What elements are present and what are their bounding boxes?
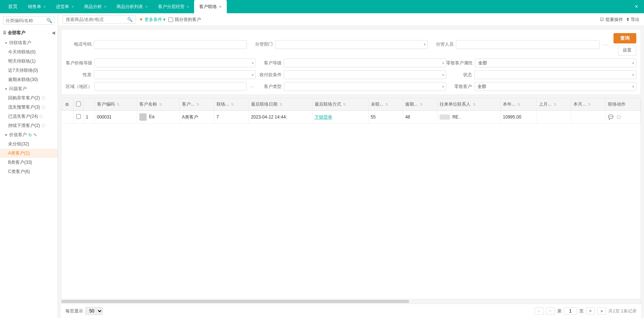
last-contact-method-col-header[interactable]: 最后联络方式 ⇅ xyxy=(312,98,368,111)
last-month-col-header[interactable]: 上月... ⇅ xyxy=(537,98,571,111)
scrollbar-thumb[interactable] xyxy=(61,300,409,303)
retail-attr-label: 零散客户属性 xyxy=(446,60,473,66)
company-contact-col-header[interactable]: 往来单位联系人 ⇅ xyxy=(437,98,501,111)
checkbox-col-header[interactable] xyxy=(73,98,83,111)
last-page-button[interactable]: » xyxy=(597,307,607,315)
retail-customer-select[interactable]: 全部 xyxy=(474,82,636,91)
more-conditions-button[interactable]: ▼ 更多条件 ▾ xyxy=(139,17,165,23)
contact-col-header[interactable]: 联络... ⇅ xyxy=(214,98,248,111)
sidebar-item-churned[interactable]: 已流失客户(24) ⓘ xyxy=(0,112,58,121)
row-no-contact: 55 xyxy=(368,111,403,124)
info-icon3: ⓘ xyxy=(39,114,43,119)
all-customers-header[interactable]: ⠿ 全部客户 ◀ xyxy=(0,28,58,38)
first-page-button[interactable]: « xyxy=(534,307,544,315)
sidebar-item-today[interactable]: 今天待联络(0) xyxy=(0,47,58,57)
close-analysis-tab[interactable]: × xyxy=(104,4,106,9)
data-table-wrapper: ⚙ 客户编码 ⇅ 客户名称 ⇅ 客户... ⇅ xyxy=(61,98,641,299)
chat-icon[interactable]: 💬 xyxy=(608,114,613,120)
page-size-select[interactable]: 50 xyxy=(85,307,103,315)
nav-tab-customer-segment[interactable]: 客户分层经营 × xyxy=(153,0,194,13)
setting-button[interactable]: 设置 xyxy=(618,45,636,56)
sidebar-item-churn-warning[interactable]: 流失预警客户(3) ⓘ xyxy=(0,103,58,112)
search-bar[interactable]: 🔍 xyxy=(62,15,136,24)
dept-select[interactable] xyxy=(275,40,428,49)
value-customers-group[interactable]: ▼ 价值客户 ↻ ✎ xyxy=(0,130,58,139)
nav-tab-analysis-list[interactable]: 商品分析列表 × xyxy=(111,0,153,13)
sidebar-search-input[interactable] xyxy=(6,18,46,23)
nav-tab-purchase[interactable]: 进货单 × xyxy=(51,0,79,13)
sidebar-item-repurchase-abnormal[interactable]: 回购异常客户(2) ⓘ xyxy=(0,93,58,103)
phone-input[interactable] xyxy=(94,40,247,49)
sidebar-item-tomorrow[interactable]: 明天待联络(1) xyxy=(0,57,58,66)
payment-wrap: ▾ xyxy=(284,70,446,79)
nav-home[interactable]: 首页 xyxy=(3,3,23,10)
sidebar-search-icon[interactable]: 🔍 xyxy=(46,18,52,23)
edit-icon[interactable]: ✎ xyxy=(33,132,37,138)
close-segment-tab[interactable]: × xyxy=(187,4,189,9)
code-col-header[interactable]: 客户编码 ⇅ xyxy=(94,98,137,111)
code-sort-icon: ⇅ xyxy=(117,102,119,106)
settings-col-header[interactable]: ⚙ xyxy=(61,98,73,111)
person-input[interactable] xyxy=(456,40,600,49)
export-button[interactable]: ⬆ 导出 xyxy=(626,17,640,23)
no-contact-col-header[interactable]: 未联... ⇅ xyxy=(368,98,403,111)
customer-level-select[interactable] xyxy=(284,59,446,67)
search-input[interactable] xyxy=(66,17,127,22)
nav-tab-analysis[interactable]: 商品分析 × xyxy=(79,0,111,13)
sidebar-item-c-class[interactable]: C类客户(6) xyxy=(0,167,58,176)
nav-tab-customer-contact[interactable]: 客户联络 × xyxy=(194,0,226,13)
name-col-header[interactable]: 客户名称 ⇅ xyxy=(137,98,180,111)
close-analysis-list-tab[interactable]: × xyxy=(145,4,147,9)
page-input[interactable] xyxy=(564,307,577,315)
price-level-select[interactable] xyxy=(94,59,256,67)
close-purchase-tab[interactable]: × xyxy=(71,4,74,9)
nature-select[interactable] xyxy=(94,70,256,79)
sidebar-item-unclassified[interactable]: 未分组(32) xyxy=(0,139,58,149)
sidebar-item-a-class[interactable]: A类客户(1) xyxy=(0,149,58,158)
close-all-button[interactable]: × xyxy=(632,3,641,10)
customer-type-select[interactable] xyxy=(284,82,446,91)
sidebar-item-b-class[interactable]: B类客户(33) xyxy=(0,158,58,167)
person-filter: 分管人员 ··· xyxy=(428,40,609,49)
next-page-button[interactable]: > xyxy=(586,307,595,315)
pending-contact-group[interactable]: ▼ 待联络客户 xyxy=(0,38,58,47)
overdue-col-header[interactable]: 逾期... ⇅ xyxy=(403,98,437,111)
info-icon: ⓘ xyxy=(42,96,45,101)
sidebar-item-7days[interactable]: 近7天待联络(0) xyxy=(0,66,58,75)
this-month-col-header[interactable]: 本月... ⇅ xyxy=(571,98,606,111)
filter-row-3: 性质 ▾ 收付款条件 ▾ 状态 xyxy=(66,70,636,79)
area-input[interactable] xyxy=(94,82,247,91)
problem-customers-group[interactable]: ▼ 问题客户 xyxy=(0,84,58,93)
row-last-contact-method[interactable]: 下销货单 xyxy=(312,111,368,124)
my-customers-checkbox[interactable]: 我分管的客户 xyxy=(168,17,201,23)
sidebar-item-overdue[interactable]: 逾期未联络(30) xyxy=(0,75,58,84)
last-contact-date-col-header[interactable]: 最后联络日期 ⇅ xyxy=(248,98,312,111)
refresh-icon[interactable]: ↻ xyxy=(28,132,32,138)
close-contact-tab[interactable]: × xyxy=(219,4,221,9)
batch-ops-button[interactable]: ☑ 批量操作 xyxy=(600,17,623,23)
customer-type-col-header[interactable]: 客户... ⇅ xyxy=(179,98,214,111)
retail-attr-select[interactable]: 全部 xyxy=(475,59,636,67)
row-checkbox[interactable] xyxy=(73,111,83,124)
collapse-icon[interactable]: ◀ xyxy=(52,31,55,35)
status-wrap: ▾ xyxy=(474,70,636,79)
query-button[interactable]: 查询 xyxy=(613,33,636,43)
status-select[interactable] xyxy=(474,70,636,79)
menu-icon[interactable]: ⬡ xyxy=(617,114,620,120)
my-customers-check[interactable] xyxy=(168,17,173,22)
close-sales-tab[interactable]: × xyxy=(43,4,46,9)
sidebar-search-box[interactable]: 🔍 xyxy=(3,16,55,25)
row-check[interactable] xyxy=(76,114,81,119)
nav-tab-sales[interactable]: 销售单 × xyxy=(23,0,51,13)
search-icon[interactable]: 🔍 xyxy=(127,17,133,22)
row-name: Ea xyxy=(137,111,180,124)
select-all-checkbox[interactable] xyxy=(76,102,81,106)
sidebar-item-declining[interactable]: 持续下滑客户(2) ⓘ xyxy=(0,121,58,130)
this-year-col-header[interactable]: 本年... ⇅ xyxy=(501,98,537,111)
horizontal-scrollbar[interactable] xyxy=(61,299,641,304)
payment-select[interactable] xyxy=(284,70,446,79)
area-more[interactable]: ··· xyxy=(249,84,256,89)
prev-page-button[interactable]: < xyxy=(546,307,555,315)
person-more[interactable]: ··· xyxy=(602,42,609,47)
nature-label: 性质 xyxy=(66,72,92,78)
